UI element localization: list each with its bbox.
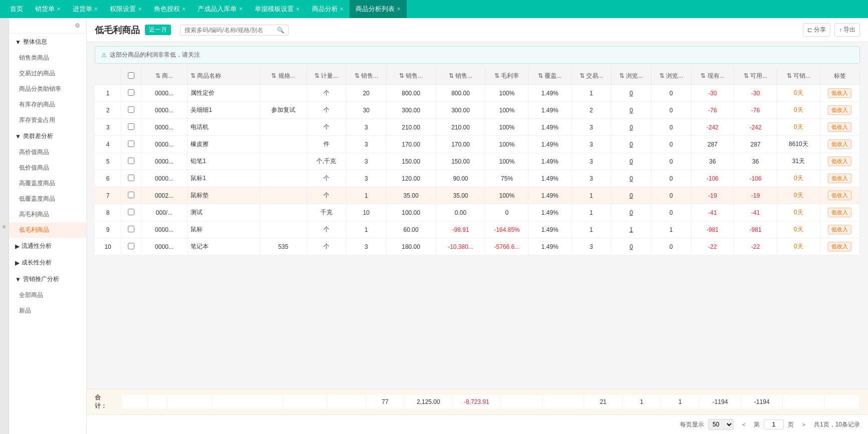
sidebar-item-低价值商品[interactable]: 低价值商品 [9, 160, 86, 176]
export-button[interactable]: ↑ 导出 [834, 23, 860, 37]
nav-item-销货单[interactable]: 销货单× [29, 0, 67, 18]
nav-item-单据模板设置[interactable]: 单据模板设置× [249, 0, 306, 18]
nav-item-商品分析列表[interactable]: 商品分析列表× [350, 0, 407, 18]
col-header-unit[interactable]: ⇅ 计量... [306, 68, 346, 85]
col-header-sellable[interactable]: ⇅ 可销... [777, 68, 820, 85]
view1-link[interactable]: 0 [629, 209, 633, 216]
view1-link[interactable]: 0 [629, 158, 633, 165]
sidebar-item-销售类商品[interactable]: 销售类商品 [9, 50, 86, 66]
sidebar-item-交易过的商品[interactable]: 交易过的商品 [9, 66, 86, 81]
share-button[interactable]: ⊏ 分享 [803, 23, 830, 37]
row-check[interactable] [121, 221, 141, 238]
nav-close-icon[interactable]: × [182, 5, 186, 13]
row-checkbox[interactable] [128, 123, 134, 130]
row-check[interactable] [121, 170, 141, 187]
next-page-btn[interactable]: ＞ [798, 419, 810, 430]
nav-item-商品分析[interactable]: 商品分析× [306, 0, 350, 18]
col-header-sales-amt[interactable]: ⇅ 销售... [386, 68, 436, 85]
prev-page-btn[interactable]: ＜ [738, 419, 750, 430]
row-view1[interactable]: 0 [611, 153, 651, 170]
nav-close-icon[interactable]: × [57, 5, 61, 13]
row-view1[interactable]: 0 [611, 170, 651, 187]
nav-close-icon[interactable]: × [94, 5, 98, 13]
sidebar-settings-icon[interactable]: ⚙ [75, 22, 80, 29]
nav-item-角色授权[interactable]: 角色授权× [148, 0, 192, 18]
sidebar-group-title-2[interactable]: ▶流通性分析 [9, 238, 86, 254]
col-header-cover[interactable]: ⇅ 覆盖... [529, 68, 572, 85]
search-input[interactable] [185, 27, 275, 34]
row-check[interactable] [121, 187, 141, 204]
col-header-gross-rate[interactable]: ⇅ 毛利率 [485, 68, 529, 85]
row-view1[interactable]: 0 [611, 85, 651, 102]
row-checkbox[interactable] [128, 226, 134, 232]
sidebar-item-有库存的商品[interactable]: 有库存的商品 [9, 97, 86, 112]
nav-item-产成品入库单[interactable]: 产成品入库单× [192, 0, 249, 18]
sidebar-item-商品分类助销率[interactable]: 商品分类助销率 [9, 81, 86, 97]
row-checkbox[interactable] [128, 158, 134, 164]
row-check[interactable] [121, 204, 141, 221]
time-filter-tag[interactable]: 近一月 [145, 25, 171, 35]
col-header-name[interactable]: ⇅ 商品名称 [188, 68, 260, 85]
sidebar-item-高价值商品[interactable]: 高价值商品 [9, 144, 86, 160]
row-check[interactable] [121, 85, 141, 102]
row-checkbox[interactable] [128, 89, 134, 96]
row-view1[interactable]: 0 [611, 204, 651, 221]
row-checkbox[interactable] [128, 140, 134, 147]
row-checkbox[interactable] [128, 192, 134, 198]
select-all-checkbox[interactable] [128, 72, 134, 79]
nav-close-icon[interactable]: × [296, 5, 300, 13]
row-view1[interactable]: 0 [611, 187, 651, 204]
nav-close-icon[interactable]: × [239, 5, 243, 13]
row-check[interactable] [121, 153, 141, 170]
view1-link[interactable]: 0 [629, 243, 633, 250]
row-checkbox[interactable] [128, 106, 134, 113]
nav-item-权限设置[interactable]: 权限设置× [104, 0, 148, 18]
nav-item-进货单[interactable]: 进货单× [67, 0, 104, 18]
row-view1[interactable]: 0 [611, 136, 651, 153]
row-check[interactable] [121, 102, 141, 119]
view1-link[interactable]: 0 [629, 192, 633, 199]
row-check[interactable] [121, 238, 141, 255]
row-view1[interactable]: 0 [611, 238, 651, 255]
sidebar-collapse-btn[interactable]: « [0, 18, 9, 434]
col-header-avail[interactable]: ⇅ 可用... [734, 68, 777, 85]
col-header-code[interactable]: ⇅ 商... [141, 68, 187, 85]
sidebar-item-全部商品[interactable]: 全部商品 [9, 287, 86, 303]
row-view1[interactable]: 1 [611, 221, 651, 238]
row-checkbox[interactable] [128, 243, 134, 249]
sidebar-group-title-0[interactable]: ▼整体信息 [9, 34, 86, 50]
sidebar-item-低毛利商品[interactable]: 低毛利商品 [9, 222, 86, 238]
sidebar-item-库存资金占用[interactable]: 库存资金占用 [9, 112, 86, 128]
col-header-spec[interactable]: ⇅ 规格... [260, 68, 306, 85]
nav-close-icon[interactable]: × [340, 5, 344, 13]
row-view1[interactable]: 0 [611, 119, 651, 136]
sidebar-group-title-1[interactable]: ▼类群差分析 [9, 128, 86, 144]
sidebar-item-新品[interactable]: 新品 [9, 303, 86, 319]
nav-item-首页[interactable]: 首页 [4, 0, 29, 18]
view1-link[interactable]: 0 [629, 107, 633, 114]
nav-close-icon[interactable]: × [138, 5, 142, 13]
nav-close-icon[interactable]: × [397, 5, 401, 13]
sidebar-group-title-4[interactable]: ▼营销推广分析 [9, 271, 86, 287]
view1-link[interactable]: 0 [629, 124, 633, 131]
row-view1[interactable]: 0 [611, 102, 651, 119]
col-header-view1[interactable]: ⇅ 浏览... [611, 68, 651, 85]
row-check[interactable] [121, 136, 141, 153]
view1-link[interactable]: 1 [629, 226, 633, 233]
col-header-sales-qty[interactable]: ⇅ 销售... [346, 68, 387, 85]
row-checkbox[interactable] [128, 209, 134, 215]
row-checkbox[interactable] [128, 175, 134, 181]
page-size-select[interactable]: 50 100 200 [708, 419, 734, 430]
col-header-sales-profit[interactable]: ⇅ 销售... [436, 68, 485, 85]
view1-link[interactable]: 0 [629, 175, 633, 182]
col-header-trade[interactable]: ⇅ 交易... [571, 68, 611, 85]
row-check[interactable] [121, 119, 141, 136]
page-number-input[interactable]: 1 [764, 419, 784, 429]
sidebar-group-title-3[interactable]: ▶成长性分析 [9, 254, 86, 271]
view1-link[interactable]: 0 [629, 141, 633, 148]
sidebar-item-高毛利商品[interactable]: 高毛利商品 [9, 207, 86, 222]
sidebar-item-高覆盖度商品[interactable]: 高覆盖度商品 [9, 176, 86, 191]
col-header-view2[interactable]: ⇅ 浏览... [651, 68, 691, 85]
col-header-stock[interactable]: ⇅ 现有... [691, 68, 734, 85]
sidebar-item-低覆盖度商品[interactable]: 低覆盖度商品 [9, 191, 86, 207]
